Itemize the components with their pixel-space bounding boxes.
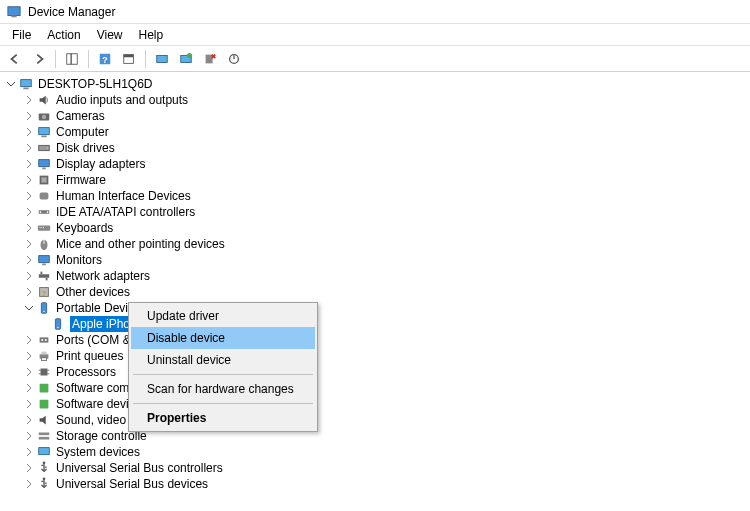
tree-category[interactable]: Firmware	[0, 172, 750, 188]
svg-rect-21	[39, 160, 50, 167]
tree-category[interactable]: ?Other devices	[0, 284, 750, 300]
chevron-right-icon[interactable]	[22, 93, 36, 107]
menu-help[interactable]: Help	[131, 26, 172, 44]
chevron-right-icon[interactable]	[22, 253, 36, 267]
show-hide-button[interactable]	[61, 48, 83, 70]
chevron-right-icon[interactable]	[22, 381, 36, 395]
tree-category[interactable]: Universal Serial Bus devices	[0, 476, 750, 492]
update-button[interactable]	[175, 48, 197, 70]
tree-category[interactable]: Software compor	[0, 380, 750, 396]
category-icon	[36, 140, 52, 156]
svg-point-45	[57, 327, 58, 328]
menu-file[interactable]: File	[4, 26, 39, 44]
chevron-right-icon[interactable]	[22, 365, 36, 379]
svg-rect-60	[39, 437, 50, 440]
scan-button[interactable]	[151, 48, 173, 70]
menu-view[interactable]: View	[89, 26, 131, 44]
chevron-right-icon[interactable]	[22, 333, 36, 347]
tree-category[interactable]: Network adapters	[0, 268, 750, 284]
chevron-right-icon[interactable]	[22, 189, 36, 203]
tree-category[interactable]: Ports (COM & LP	[0, 332, 750, 348]
tree-category[interactable]: Mice and other pointing devices	[0, 236, 750, 252]
tree-category[interactable]: System devices	[0, 444, 750, 460]
forward-button[interactable]	[28, 48, 50, 70]
device-tree: DESKTOP-5LH1Q6D Audio inputs and outputs…	[0, 72, 750, 496]
svg-rect-7	[124, 54, 134, 57]
chevron-down-icon[interactable]	[22, 301, 36, 315]
help-button[interactable]: ?	[94, 48, 116, 70]
svg-rect-51	[41, 358, 46, 361]
category-icon	[36, 428, 52, 444]
svg-rect-14	[23, 88, 28, 90]
chevron-right-icon[interactable]	[22, 125, 36, 139]
uninstall-button[interactable]	[199, 48, 221, 70]
ctx-uninstall-device[interactable]: Uninstall device	[131, 349, 315, 371]
chevron-right-icon[interactable]	[22, 109, 36, 123]
tree-category[interactable]: Portable Devices	[0, 300, 750, 316]
ctx-update-driver[interactable]: Update driver	[131, 305, 315, 327]
tree-category[interactable]: Human Interface Devices	[0, 188, 750, 204]
chevron-right-icon[interactable]	[22, 461, 36, 475]
svg-rect-2	[67, 53, 71, 64]
svg-point-16	[42, 115, 46, 119]
device-icon	[50, 316, 66, 332]
toolbar: ?	[0, 46, 750, 72]
tree-category[interactable]: Monitors	[0, 252, 750, 268]
svg-rect-48	[45, 339, 47, 341]
chevron-right-icon[interactable]	[22, 173, 36, 187]
ctx-disable-device[interactable]: Disable device	[131, 327, 315, 349]
chevron-right-icon[interactable]	[22, 285, 36, 299]
chevron-right-icon[interactable]	[22, 429, 36, 443]
chevron-right-icon[interactable]	[22, 157, 36, 171]
chevron-down-icon[interactable]	[4, 77, 18, 91]
back-button[interactable]	[4, 48, 26, 70]
category-label: Mice and other pointing devices	[56, 236, 225, 252]
window-title: Device Manager	[28, 5, 115, 19]
svg-rect-0	[8, 6, 20, 15]
chevron-right-icon[interactable]	[22, 349, 36, 363]
disable-button[interactable]	[223, 48, 245, 70]
tree-category[interactable]: Audio inputs and outputs	[0, 92, 750, 108]
chevron-right-icon[interactable]	[22, 445, 36, 459]
tree-category[interactable]: Print queues	[0, 348, 750, 364]
tree-root[interactable]: DESKTOP-5LH1Q6D	[0, 76, 750, 92]
chevron-right-icon[interactable]	[22, 237, 36, 251]
chevron-right-icon[interactable]	[22, 269, 36, 283]
category-icon	[36, 348, 52, 364]
chevron-right-icon[interactable]	[22, 477, 36, 491]
chevron-right-icon[interactable]	[22, 141, 36, 155]
tree-category[interactable]: Sound, video and	[0, 412, 750, 428]
category-label: Audio inputs and outputs	[56, 92, 188, 108]
chevron-right-icon[interactable]	[22, 205, 36, 219]
root-label: DESKTOP-5LH1Q6D	[38, 76, 153, 92]
ctx-properties[interactable]: Properties	[131, 407, 315, 429]
category-icon	[36, 396, 52, 412]
chevron-right-icon[interactable]	[22, 413, 36, 427]
category-icon	[36, 108, 52, 124]
chevron-right-icon[interactable]	[22, 221, 36, 235]
tree-device-selected[interactable]: Apple iPhone	[0, 316, 750, 332]
tree-category[interactable]: Keyboards	[0, 220, 750, 236]
tree-category[interactable]: Disk drives	[0, 140, 750, 156]
tree-category[interactable]: Cameras	[0, 108, 750, 124]
category-label: Firmware	[56, 172, 106, 188]
tree-category[interactable]: Processors	[0, 364, 750, 380]
tree-category[interactable]: IDE ATA/ATAPI controllers	[0, 204, 750, 220]
tree-category[interactable]: Computer	[0, 124, 750, 140]
svg-point-20	[47, 147, 49, 149]
svg-text:?: ?	[102, 54, 107, 64]
svg-rect-22	[42, 168, 46, 170]
category-label: Processors	[56, 364, 116, 380]
action-button[interactable]	[118, 48, 140, 70]
ctx-scan-hardware[interactable]: Scan for hardware changes	[131, 378, 315, 400]
svg-rect-3	[71, 53, 77, 64]
chevron-right-icon[interactable]	[22, 397, 36, 411]
menu-action[interactable]: Action	[39, 26, 88, 44]
tree-category[interactable]: Universal Serial Bus controllers	[0, 460, 750, 476]
tree-category[interactable]: Software devices	[0, 396, 750, 412]
svg-rect-11	[206, 54, 213, 63]
svg-rect-31	[41, 227, 42, 228]
tree-category[interactable]: Display adapters	[0, 156, 750, 172]
tree-category[interactable]: Storage controlle	[0, 428, 750, 444]
category-icon	[36, 252, 52, 268]
